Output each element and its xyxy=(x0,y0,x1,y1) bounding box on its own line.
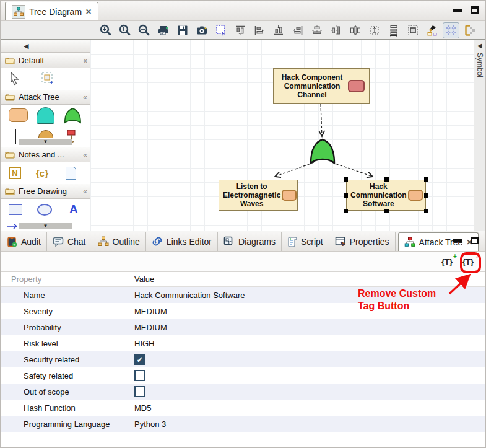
pin-icon[interactable]: « xyxy=(83,187,86,196)
table-row[interactable]: Security related ✓ xyxy=(1,351,485,367)
selection-handle[interactable] xyxy=(424,177,428,182)
table-row[interactable]: Safety related xyxy=(1,367,485,384)
ellipse-tool[interactable] xyxy=(37,204,52,216)
checkbox-unchecked[interactable] xyxy=(134,386,145,397)
node-right-child-selected[interactable]: Hack Communication Software xyxy=(346,180,426,211)
table-row[interactable]: Programming Language Python 3 xyxy=(1,416,485,432)
camera-export-button[interactable] xyxy=(193,22,210,38)
print-button[interactable] xyxy=(155,22,171,38)
selection-handle[interactable] xyxy=(384,209,389,213)
node-left-child[interactable]: Listen to Electromagnetic Waves xyxy=(219,180,298,211)
align-left-button[interactable] xyxy=(251,22,267,38)
zoom-original-button[interactable] xyxy=(116,22,133,38)
selection-handle[interactable] xyxy=(424,209,428,213)
selection-handle[interactable] xyxy=(424,193,428,198)
selection-handle[interactable] xyxy=(344,177,348,182)
match-size-button[interactable] xyxy=(347,22,363,38)
maximize-icon[interactable] xyxy=(471,237,479,244)
event-node-tool[interactable] xyxy=(9,108,28,122)
node-root[interactable]: Hack Component Communication Channel xyxy=(273,68,370,104)
center-vertically-button[interactable] xyxy=(308,22,325,38)
remove-custom-tag-button[interactable]: {T} - xyxy=(460,255,476,268)
severity-badge[interactable] xyxy=(282,190,297,201)
checkbox-checked[interactable]: ✓ xyxy=(134,354,145,365)
snap-to-geometry-button[interactable] xyxy=(462,22,479,38)
diagram-canvas[interactable]: Hack Component Communication Channel Lis… xyxy=(90,40,474,231)
select-tool[interactable] xyxy=(9,72,21,86)
arrow-tool[interactable] xyxy=(6,223,20,229)
tab-outline[interactable]: Outline xyxy=(92,232,146,251)
selection-handle[interactable] xyxy=(384,177,389,182)
pin-icon[interactable]: « xyxy=(83,56,86,65)
connector-tool[interactable] xyxy=(15,129,16,144)
pin-icon[interactable]: « xyxy=(83,93,86,102)
value-cell[interactable]: Hack Communication Software xyxy=(129,287,485,303)
palette-section-free-drawing[interactable]: Free Drawing « xyxy=(1,183,90,199)
save-button[interactable] xyxy=(174,22,191,38)
value-cell[interactable]: MD5 xyxy=(129,400,485,416)
format-painter-button[interactable] xyxy=(423,22,440,38)
note-tool[interactable]: N xyxy=(9,167,21,179)
zoom-out-button[interactable] xyxy=(136,22,152,38)
value-cell[interactable]: HIGH xyxy=(129,335,485,351)
selection-handle[interactable] xyxy=(344,193,348,198)
value-cell[interactable]: MEDIUM xyxy=(129,303,485,319)
distribute-button[interactable] xyxy=(385,22,402,38)
header-value[interactable]: Value xyxy=(129,272,485,286)
selection-handle[interactable] xyxy=(344,209,348,213)
table-row[interactable]: Name Hack Communication Software xyxy=(1,287,485,303)
tab-diagrams[interactable]: Diagrams xyxy=(218,232,282,251)
table-row[interactable]: Risk level HIGH xyxy=(1,335,485,351)
or-gate-tool[interactable] xyxy=(63,107,82,125)
maximize-icon[interactable] xyxy=(471,6,479,14)
tab-chat[interactable]: Chat xyxy=(47,232,92,251)
marquee-tool[interactable] xyxy=(41,71,56,86)
tab-properties[interactable]: Properties xyxy=(329,232,396,251)
zoom-in-button[interactable] xyxy=(97,22,114,38)
severity-badge[interactable] xyxy=(408,190,423,201)
table-row[interactable]: Out of scope xyxy=(1,384,485,400)
add-custom-tag-button[interactable]: {T} + xyxy=(439,255,455,268)
align-bottom-button[interactable] xyxy=(270,22,287,38)
palette-section-default[interactable]: Default « xyxy=(1,53,90,68)
comment-tool[interactable]: {c} xyxy=(36,168,48,178)
tab-audit[interactable]: Audit xyxy=(1,232,47,251)
symbol-panel-collapsed[interactable]: ◀ Symbol xyxy=(474,40,485,231)
severity-badge[interactable] xyxy=(348,80,365,92)
value-cell[interactable]: MEDIUM xyxy=(129,319,485,335)
align-right-button[interactable] xyxy=(289,22,306,38)
table-row[interactable]: Probability MEDIUM xyxy=(1,319,485,335)
align-top-button[interactable] xyxy=(232,22,248,38)
minimize-icon[interactable] xyxy=(453,239,462,242)
palette-section-attack-tree[interactable]: Attack Tree « xyxy=(1,89,90,105)
rectangle-tool[interactable] xyxy=(9,204,22,215)
tab-tree-diagram[interactable]: Tree Diagram ✕ xyxy=(5,2,98,20)
canvas-margins-button[interactable] xyxy=(404,22,421,38)
collapse-left-icon[interactable]: ◀ xyxy=(24,42,28,50)
or-gate[interactable] xyxy=(308,138,337,165)
palette-collapse-bar[interactable]: ◀ xyxy=(1,40,90,53)
resize-height-button[interactable] xyxy=(366,22,383,38)
palette-section-notes[interactable]: Notes and ... « xyxy=(1,147,90,162)
edge-gate-to-right[interactable] xyxy=(332,162,373,177)
dome-tool[interactable] xyxy=(38,130,53,138)
grid-toggle-button[interactable] xyxy=(443,22,459,38)
table-row[interactable]: Severity MEDIUM xyxy=(1,303,485,319)
expand-left-icon[interactable]: ◀ xyxy=(477,42,482,49)
pin-icon[interactable]: « xyxy=(83,151,86,159)
tab-script[interactable]: Script xyxy=(282,232,329,251)
center-horizontally-button[interactable] xyxy=(328,22,344,38)
document-tool[interactable] xyxy=(66,167,76,180)
tab-links-editor[interactable]: Links Editor xyxy=(146,232,218,251)
minimize-icon[interactable] xyxy=(453,9,462,12)
value-cell[interactable]: Python 3 xyxy=(129,416,485,432)
checkbox-unchecked[interactable] xyxy=(134,370,145,381)
palette-scroll-down[interactable]: ▼ xyxy=(19,139,72,145)
edge-root-to-gate[interactable] xyxy=(321,104,322,136)
table-row[interactable]: Hash Function MD5 xyxy=(1,400,485,416)
header-property[interactable]: Property xyxy=(1,272,129,286)
palette-scroll-down[interactable]: ▼ xyxy=(19,223,72,229)
and-gate-tool[interactable] xyxy=(37,107,54,124)
close-icon[interactable]: ✕ xyxy=(85,7,92,16)
text-tool[interactable]: A xyxy=(69,203,78,216)
